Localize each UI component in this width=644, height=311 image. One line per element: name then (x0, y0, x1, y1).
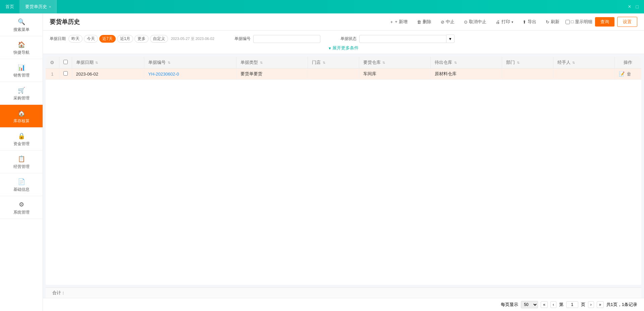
page-label: 第 (559, 302, 564, 308)
table-row: 1 2023-06-02 YH-20230602-0 要货单要货 车间库 原材料… (46, 69, 641, 80)
row-edit-icon[interactable]: 📝 (619, 71, 625, 77)
sidebar-item-quick-nav[interactable]: 🏠 快捷导航 (0, 36, 43, 59)
last-page-btn[interactable]: » (597, 301, 604, 308)
col-doc-no[interactable]: 单据编号 ⇅ (144, 57, 236, 69)
sidebar-item-inventory-label: 库存核算 (13, 118, 30, 124)
close-tab-icon[interactable]: × (49, 5, 51, 9)
tab-bar: 首页 要货单历史 × (0, 0, 57, 13)
sidebar-item-search-menu-label: 搜索菜单 (13, 27, 30, 33)
print-chevron-icon: ▾ (512, 20, 513, 24)
stop-button[interactable]: ⊘ 中止 (437, 17, 458, 26)
sidebar-item-inventory[interactable]: 🏠 库存核算 (0, 105, 43, 128)
purchase-icon: 🛒 (18, 87, 25, 94)
date-btn-custom[interactable]: 自定义 (150, 35, 168, 43)
sort-icon-doc-type: ⇅ (260, 61, 263, 64)
row-delete-icon[interactable]: 🗑 (627, 71, 631, 77)
cell-doc-no: YH-20230602-0 (144, 69, 236, 80)
doc-status-dropdown-btn[interactable]: ▾ (446, 35, 454, 43)
finance-icon: 🔒 (18, 132, 25, 140)
page-title: 要货单历史 (50, 18, 80, 26)
date-btn-last7days[interactable]: 近7天 (99, 35, 116, 43)
sort-icon-doc-no: ⇅ (168, 61, 170, 64)
sidebar-item-sales[interactable]: 📊 销售管理 (0, 59, 43, 82)
date-buttons: 昨天 今天 近7天 近1月 更多 自定义 (68, 35, 168, 43)
sort-icon-pending-warehouse: ⇅ (454, 61, 457, 64)
refresh-button[interactable]: ↻ 刷新 (542, 17, 563, 26)
sort-icon-req-warehouse: ⇅ (382, 61, 385, 64)
date-btn-last1month[interactable]: 近1月 (117, 35, 133, 43)
delete-button[interactable]: 🗑 🗑 删除 删除 (414, 17, 435, 26)
expand-more-btn[interactable]: ▾ 展开更多条件 (50, 45, 637, 51)
date-btn-yesterday[interactable]: 昨天 (68, 35, 83, 43)
col-checkbox (59, 57, 72, 69)
sort-icon-handler: ⇅ (572, 61, 575, 64)
date-range-display: 2023-05-27 至 2023-06-02 (171, 36, 214, 41)
per-page-select[interactable]: 10 20 50 100 (521, 301, 538, 308)
operations-icon: 📋 (18, 155, 25, 163)
date-btn-today[interactable]: 今天 (84, 35, 98, 43)
data-table: ⚙ 单据日期 ⇅ 单据编号 ⇅ (46, 57, 641, 80)
sidebar-item-purchase-label: 采购管理 (13, 95, 30, 101)
first-page-btn[interactable]: « (541, 301, 548, 308)
sidebar-item-finance[interactable]: 🔒 资金管理 (0, 128, 43, 150)
col-store[interactable]: 门店 ⇅ (308, 57, 359, 69)
stop-icon: ⊘ (441, 19, 444, 25)
total-info: 共1页，1条记录 (606, 302, 637, 308)
tab-requisition-history[interactable]: 要货单历史 × (20, 0, 57, 13)
col-req-warehouse[interactable]: 要货仓库 ⇅ (359, 57, 430, 69)
col-handler[interactable]: 经手人 ⇅ (553, 57, 614, 69)
doc-no-link[interactable]: YH-20230602-0 (148, 72, 179, 77)
export-button[interactable]: ⬆ 导出 (519, 17, 540, 26)
cancel-stop-button[interactable]: ⊙ 取消中止 (461, 17, 490, 26)
query-button[interactable]: 查询 (595, 17, 614, 27)
col-pending-warehouse[interactable]: 待出仓库 ⇅ (431, 57, 502, 69)
table-settings-icon[interactable]: ⚙ (50, 60, 54, 65)
col-doc-date[interactable]: 单据日期 ⇅ (72, 57, 144, 69)
print-button[interactable]: 🖨 打印 ▾ (492, 17, 517, 26)
sidebar-item-operations[interactable]: 📋 经营管理 (0, 150, 43, 173)
col-doc-type[interactable]: 单据类型 ⇅ (236, 57, 308, 69)
tab-requisition-history-label: 要货单历史 (25, 4, 47, 10)
refresh-icon: ↻ (546, 19, 549, 25)
col-department-label: 部门 (506, 60, 515, 65)
cancel-stop-icon: ⊙ (464, 19, 468, 25)
next-page-btn[interactable]: › (588, 301, 594, 308)
doc-status-input[interactable] (359, 35, 446, 43)
table-body: 1 2023-06-02 YH-20230602-0 要货单要货 车间库 原材料… (46, 69, 641, 80)
tab-home[interactable]: 首页 (0, 0, 20, 13)
col-department[interactable]: 部门 ⇅ (502, 57, 553, 69)
doc-status-filter-group: 单据状态 ▾ (340, 35, 454, 43)
window-close-icon[interactable]: × (628, 4, 631, 10)
col-doc-type-label: 单据类型 (240, 60, 258, 65)
top-bar-right: × □ (628, 4, 644, 10)
display-detail-checkbox-label: □ 显示明细 (566, 19, 592, 25)
page-input[interactable] (566, 301, 578, 308)
prev-page-btn[interactable]: ‹ (550, 301, 556, 308)
col-settings[interactable]: ⚙ (46, 57, 59, 69)
top-bar: 首页 要货单历史 × × □ (0, 0, 644, 13)
col-doc-date-label: 单据日期 (76, 60, 94, 65)
sidebar-item-search-menu[interactable]: 🔍 搜索菜单 (0, 13, 43, 36)
settings-button[interactable]: 设置 (617, 17, 637, 27)
row-checkbox[interactable] (63, 71, 68, 76)
sidebar-item-basic-info[interactable]: 📄 基础信息 (0, 173, 43, 196)
sidebar-item-system[interactable]: ⚙ 系统管理 (0, 196, 43, 219)
print-icon: 🖨 (496, 19, 500, 25)
cell-doc-date: 2023-06-02 (72, 69, 144, 80)
sidebar-item-basic-info-label: 基础信息 (13, 187, 30, 192)
filter-row-1: 单据日期 昨天 今天 近7天 近1月 更多 自定义 2023-05-27 至 2… (50, 35, 637, 43)
date-btn-more[interactable]: 更多 (135, 35, 149, 43)
window-maximize-icon[interactable]: □ (636, 4, 639, 9)
select-all-checkbox[interactable] (63, 60, 68, 64)
display-detail-checkbox[interactable] (566, 20, 570, 24)
col-handler-label: 经手人 (557, 60, 571, 65)
sidebar-item-quick-nav-label: 快捷导航 (13, 50, 30, 55)
sort-icon-department: ⇅ (517, 61, 520, 64)
toolbar-buttons: + + 新增 🗑 🗑 删除 删除 ⊘ 中止 ⊙ 取消中止 🖨 (387, 17, 637, 27)
new-button[interactable]: + + 新增 (387, 17, 411, 26)
cell-checkbox (59, 69, 72, 80)
doc-no-input[interactable] (253, 35, 320, 43)
sidebar-item-purchase[interactable]: 🛒 采购管理 (0, 82, 43, 105)
inventory-icon: 🏠 (18, 109, 25, 117)
doc-status-label: 单据状态 (340, 36, 357, 42)
